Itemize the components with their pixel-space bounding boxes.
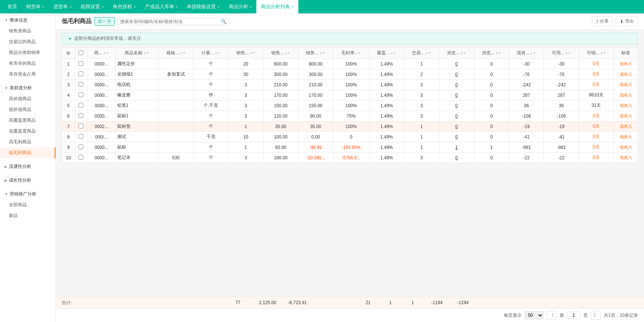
search-input[interactable] (120, 19, 221, 24)
sidebar-item-sales-products[interactable]: 销售类商品 (0, 26, 55, 36)
cell-checkbox[interactable] (75, 80, 87, 90)
share-button[interactable]: ⤴ 分享 (592, 16, 613, 26)
nav-close-product[interactable]: × (176, 4, 178, 9)
cell-name[interactable]: 鼠标1 (115, 111, 158, 121)
prev-page-button[interactable]: 〈 (547, 311, 557, 320)
row-checkbox[interactable] (79, 113, 83, 118)
cell-name[interactable]: 橡皮擦 (115, 90, 158, 101)
col-checkbox-header[interactable] (75, 48, 87, 59)
sidebar-section-marketing-title[interactable]: ▼ 营销推广分析 (0, 189, 55, 200)
nav-role-auth[interactable]: 角色授权 × (108, 0, 140, 13)
page-size-select[interactable]: 50 100 200 (525, 311, 544, 319)
search-icon[interactable]: 🔍 (221, 19, 227, 24)
cell-name[interactable]: 鼠标垫 (115, 121, 158, 132)
cell-browse1[interactable]: 0 (439, 153, 474, 163)
sidebar-item-stocked-products[interactable]: 有库存的商品 (0, 58, 55, 69)
sort-icon-sellable[interactable]: ▲▼ (600, 52, 606, 55)
cell-name[interactable]: 铅笔1 (115, 101, 158, 111)
cell-browse1[interactable]: 0 (439, 101, 474, 111)
sidebar-section-growth-title[interactable]: ▶ 成长性分析 (0, 175, 55, 186)
next-page-button[interactable]: 〉 (591, 311, 601, 320)
cell-checkbox[interactable] (75, 90, 87, 101)
page-number-input[interactable] (567, 312, 580, 319)
sidebar-section-overall-title[interactable]: ▼ 整体信息 (0, 15, 55, 26)
row-checkbox[interactable] (79, 61, 83, 66)
settings-icon[interactable]: ⚙ (66, 51, 70, 56)
nav-home[interactable]: 首页 (3, 0, 22, 13)
sidebar-item-low-value[interactable]: 低价值商品 (0, 104, 55, 115)
sidebar-item-high-coverage[interactable]: 高覆盖度商品 (0, 115, 55, 126)
row-checkbox[interactable] (79, 124, 83, 128)
col-settings[interactable]: ⚙ (62, 48, 75, 59)
select-all-checkbox[interactable] (79, 50, 83, 55)
row-checkbox[interactable] (79, 82, 83, 87)
cell-name[interactable]: 吴细细1 (115, 69, 158, 80)
cell-name[interactable]: 鼠标 (115, 142, 158, 153)
sort-icon-browse2[interactable]: ▲▼ (495, 52, 501, 55)
row-checkbox[interactable] (79, 92, 83, 97)
sort-icon-price[interactable]: ▲▼ (285, 52, 291, 55)
sort-icon-unit[interactable]: ▲▼ (215, 52, 221, 55)
cell-checkbox[interactable] (75, 111, 87, 121)
row-checkbox[interactable] (79, 155, 83, 160)
time-filter-button[interactable]: 近一月 (94, 17, 115, 26)
cell-checkbox[interactable] (75, 153, 87, 163)
sidebar-item-high-margin[interactable]: 高毛利商品 (0, 137, 55, 147)
cell-name[interactable]: 笔记本 (115, 153, 158, 163)
row-checkbox[interactable] (79, 134, 83, 139)
cell-browse1[interactable]: 0 (439, 80, 474, 90)
sort-icon-qty[interactable]: ▲▼ (250, 52, 256, 55)
sort-icon-browse1[interactable]: ▲▼ (460, 52, 466, 55)
sidebar-item-stock-capital[interactable]: 库存资金占用 (0, 69, 55, 80)
nav-close-analysis[interactable]: × (250, 4, 252, 9)
cell-checkbox[interactable] (75, 121, 87, 132)
nav-close-purchase[interactable]: × (69, 4, 71, 9)
row-checkbox[interactable] (79, 144, 83, 149)
nav-close-role[interactable]: × (134, 4, 136, 9)
export-button[interactable]: ⬇ 导出 (616, 16, 638, 26)
nav-close-permission[interactable]: × (102, 4, 104, 9)
sidebar-item-low-margin[interactable]: 低毛利商品 (0, 147, 55, 158)
nav-purchase-order[interactable]: 进货单 × (49, 0, 76, 13)
cell-name[interactable]: 电话机 (115, 80, 158, 90)
sort-icon-transaction[interactable]: ▲▼ (425, 52, 431, 55)
sidebar-section-liquidity-title[interactable]: ▶ 流通性分析 (0, 161, 55, 172)
sort-icon-spec[interactable]: ▲▼ (180, 52, 186, 55)
nav-product-analysis[interactable]: 商品分析 × (224, 0, 256, 13)
nav-template-setting[interactable]: 单据模板设置 × (182, 0, 224, 13)
sidebar-item-new-products[interactable]: 新品 (0, 210, 55, 221)
cell-browse1[interactable]: 0 (439, 121, 474, 132)
nav-sales-order[interactable]: 销货单 × (22, 0, 49, 13)
cell-browse1[interactable]: 1 (439, 142, 474, 153)
nav-permission[interactable]: 权限设置 × (76, 0, 108, 13)
sidebar-item-high-value[interactable]: 高价值商品 (0, 93, 55, 104)
nav-close-template[interactable]: × (217, 4, 220, 9)
sort-icon-code[interactable]: ▲▼ (103, 52, 109, 55)
sidebar-item-all-products[interactable]: 全部商品 (0, 200, 55, 210)
sidebar-item-traded-products[interactable]: 交易过的商品 (0, 36, 55, 47)
cell-checkbox[interactable] (75, 69, 87, 80)
sort-icon-available[interactable]: ▲▼ (565, 52, 571, 55)
nav-close-sales[interactable]: × (42, 4, 44, 9)
sort-icon-current[interactable]: ▲▼ (530, 52, 536, 55)
nav-product-entry[interactable]: 产成品入库单 × (141, 0, 182, 13)
cell-browse1[interactable]: 0 (439, 59, 474, 69)
sidebar-item-low-coverage[interactable]: 低覆盖度商品 (0, 126, 55, 137)
cell-browse1[interactable]: 0 (439, 90, 474, 101)
cell-name[interactable]: 测试 (115, 132, 158, 142)
row-checkbox[interactable] (79, 71, 83, 76)
cell-browse1[interactable]: 0 (439, 111, 474, 121)
sidebar-section-cluster-title[interactable]: ▼ 类群度分析 (0, 83, 55, 93)
nav-close-analysis-list[interactable]: × (291, 4, 294, 9)
cell-checkbox[interactable] (75, 142, 87, 153)
sidebar-item-category-sales-rate[interactable]: 商品分类助销率 (0, 47, 55, 58)
row-checkbox[interactable] (79, 103, 83, 108)
cell-checkbox[interactable] (75, 101, 87, 111)
cell-checkbox[interactable] (75, 132, 87, 142)
sort-icon-name[interactable]: ▲▼ (143, 52, 149, 55)
cell-browse1[interactable]: 0 (439, 69, 474, 80)
sort-icon-amount[interactable]: ▲▼ (319, 52, 325, 55)
nav-product-analysis-list[interactable]: 商品分析列表 × (256, 0, 298, 13)
cell-checkbox[interactable] (75, 59, 87, 69)
sort-icon-coverage[interactable]: ▲▼ (390, 52, 396, 55)
